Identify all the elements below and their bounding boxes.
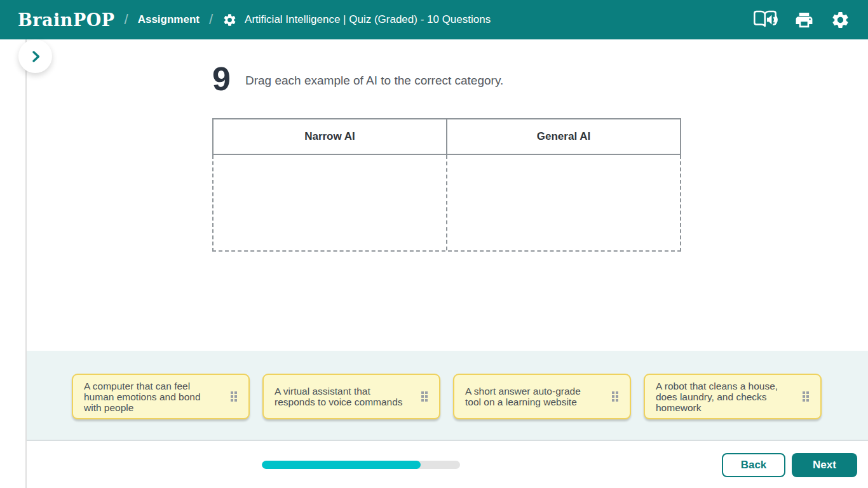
sidebar-expand-button[interactable]	[18, 39, 52, 73]
quiz-page: BrainPOP / Assignment / Artificial Intel…	[0, 0, 868, 488]
card-text: A robot that cleans a house, does laundr…	[656, 381, 789, 413]
card-text: A short answer auto-grade tool on a lear…	[465, 386, 599, 407]
brainpop-logo[interactable]: BrainPOP	[18, 10, 115, 30]
card-text: A virtual assistant that responds to voi…	[275, 386, 408, 407]
breadcrumb-assignment[interactable]: Assignment	[138, 13, 200, 26]
breadcrumb-separator: /	[209, 11, 213, 28]
dropzone-narrow-ai[interactable]	[214, 155, 447, 250]
chevron-right-icon	[28, 49, 43, 64]
draggable-card[interactable]: A virtual assistant that responds to voi…	[262, 374, 440, 419]
print-icon[interactable]	[794, 10, 814, 30]
settings-gear-icon[interactable]	[831, 10, 850, 30]
dropzone-row	[212, 155, 681, 252]
progress-fill	[262, 461, 421, 469]
drag-handle-icon[interactable]	[612, 391, 618, 402]
back-button[interactable]: Back	[722, 453, 785, 477]
quiz-title: Artificial Intelligence | Quiz (Graded) …	[245, 13, 491, 26]
quiz-type-gear-icon	[222, 13, 237, 27]
category-header-row: Narrow AI General AI	[212, 118, 681, 155]
category-header-narrow-ai: Narrow AI	[214, 119, 447, 154]
topbar-actions	[752, 9, 850, 30]
card-text: A computer that can feel human emotions …	[84, 381, 217, 413]
draggable-card[interactable]: A short answer auto-grade tool on a lear…	[453, 374, 631, 419]
drag-handle-icon[interactable]	[231, 391, 237, 402]
draggable-card[interactable]: A computer that can feel human emotions …	[72, 374, 250, 419]
drag-handle-icon[interactable]	[803, 391, 809, 402]
draggable-card[interactable]: A robot that cleans a house, does laundr…	[644, 374, 822, 419]
drag-handle-icon[interactable]	[421, 391, 428, 402]
top-bar: BrainPOP / Assignment / Artificial Intel…	[0, 0, 868, 39]
question-number: 9	[212, 62, 231, 95]
card-tray: A computer that can feel human emotions …	[27, 351, 868, 441]
breadcrumb-separator: /	[125, 11, 128, 28]
read-aloud-icon[interactable]	[752, 9, 778, 30]
category-header-general-ai: General AI	[447, 119, 680, 154]
next-button[interactable]: Next	[792, 453, 857, 477]
quiz-progress-bar	[262, 461, 460, 469]
category-table: Narrow AI General AI	[212, 118, 681, 252]
question-prompt: Drag each example of AI to the correct c…	[245, 74, 503, 88]
dropzone-general-ai[interactable]	[447, 155, 680, 250]
